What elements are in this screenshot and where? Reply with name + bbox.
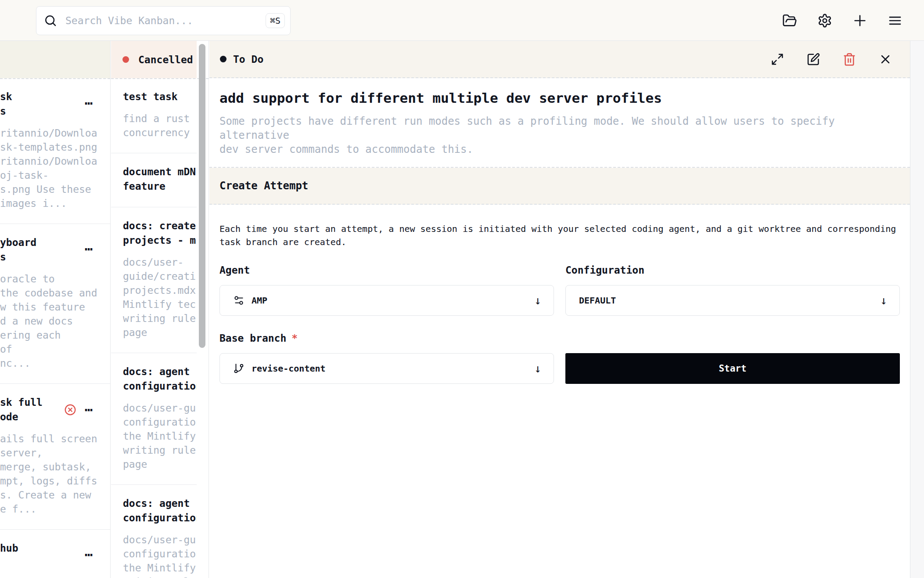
agent-dropdown[interactable]: AMP ↓ — [219, 285, 554, 316]
more-menu-icon[interactable]: ⋯ — [85, 404, 93, 415]
task-card-description-line: page — [123, 325, 197, 340]
more-menu-icon[interactable]: ⋯ — [85, 98, 93, 109]
configuration-dropdown[interactable]: DEFAULT ↓ — [565, 285, 900, 316]
open-folder-icon[interactable] — [782, 13, 797, 28]
task-card[interactable]: docs: createprojects - mdocs/user-guide/… — [111, 207, 197, 353]
task-card-title-line: docs: agent — [123, 365, 197, 379]
section-title: Create Attempt — [219, 180, 308, 192]
task-card-description-line: ritannio/Downloa — [0, 154, 97, 168]
task-card-description-line: ering each — [0, 328, 97, 342]
task-card-description: oracle tothe codebase andw this featured… — [0, 272, 97, 370]
column-cancelled-inner: Cancelled test taskfind a rust ficoncurr… — [111, 41, 197, 578]
window-scrollbar-track[interactable] — [910, 41, 924, 578]
task-card[interactable]: ⋯sksritannio/Downloask-templates.pngrita… — [0, 78, 110, 224]
base-branch-value: revise-content — [252, 363, 326, 374]
start-button[interactable]: Start — [565, 353, 900, 384]
task-card[interactable]: docs: agentconfigurationdocs/user-guconf… — [111, 485, 197, 578]
task-card-description-line: configuration — [123, 415, 197, 429]
card-actions: ⋯ — [64, 403, 93, 416]
agent-value: AMP — [252, 295, 267, 306]
base-branch-dropdown[interactable]: revise-content ↓ — [219, 353, 554, 384]
task-card-description-line: nc... — [0, 356, 97, 370]
task-card-description-line: oj-task- — [0, 168, 97, 182]
task-card-title-line: document mDN — [123, 165, 197, 179]
task-card-description-line: s. Create a new — [0, 488, 97, 502]
task-card-description-line: mpt, logs, diffs, — [0, 474, 97, 488]
kanban-column-cancelled: Cancelled test taskfind a rust ficoncurr… — [111, 41, 209, 578]
task-card[interactable]: ⋯sk fullodeails full screenserver,merge,… — [0, 384, 110, 530]
task-card-description-line: configuration — [123, 547, 197, 561]
close-icon[interactable] — [878, 52, 892, 66]
task-title-block: add support for different multiple dev s… — [209, 78, 910, 168]
task-card-title: docs: agentconfiguration — [123, 496, 197, 525]
task-card-title-line: docs: create — [123, 219, 197, 233]
task-card[interactable]: docs: agentconfigurationdocs/user-guconf… — [111, 353, 197, 485]
settings-gear-icon[interactable] — [817, 13, 832, 28]
more-menu-icon[interactable]: ⋯ — [85, 243, 93, 255]
base-branch-label: Base branch* — [219, 332, 554, 345]
edit-icon[interactable] — [806, 52, 820, 66]
task-card-description: ritannio/Downloask-templates.pngritannio… — [0, 126, 97, 210]
task-card-description-line: Mintlify tec — [123, 297, 197, 311]
card-actions: ⋯ — [85, 549, 93, 560]
task-card[interactable]: ⋯hub cs page — [0, 530, 110, 578]
task-card-description-line: merge, subtask, — [0, 460, 97, 474]
task-card-description-line: writing rule — [123, 443, 197, 457]
task-status-label: To Do — [233, 54, 263, 65]
task-card-title-line: projects - m — [123, 233, 197, 248]
task-card[interactable]: test taskfind a rust ficoncurrency — [111, 78, 197, 153]
task-detail-header: To Do — [209, 41, 910, 78]
task-card-title: docs: createprojects - m — [123, 219, 197, 248]
menu-icon[interactable] — [888, 13, 902, 28]
column-left-cards: ⋯sksritannio/Downloask-templates.pngrita… — [0, 78, 110, 578]
task-card-title: sks — [0, 90, 97, 119]
configuration-label: Configuration — [565, 264, 900, 277]
task-card-description-line: writing rule — [123, 311, 197, 325]
task-card-description-line: page — [123, 457, 197, 471]
more-menu-icon[interactable]: ⋯ — [85, 549, 93, 560]
search-input[interactable] — [65, 14, 266, 27]
sliders-icon — [233, 295, 244, 306]
task-card-title-line: configuration — [123, 511, 197, 525]
column-cancelled-cards: test taskfind a rust ficoncurrencydocume… — [111, 78, 197, 578]
task-card-description-line: e f... — [0, 502, 97, 516]
task-card-title: yboards — [0, 235, 97, 264]
task-card-description-line: writing rule — [123, 575, 197, 578]
kanban-column-left: ⋯sksritannio/Downloask-templates.pngrita… — [0, 41, 111, 578]
expand-icon[interactable] — [770, 52, 784, 66]
configuration-value: DEFAULT — [579, 295, 616, 306]
task-card-title-line: yboard — [0, 235, 97, 250]
task-card-description-line: ritannio/Downloa — [0, 126, 97, 140]
scrollbar-thumb[interactable] — [199, 44, 205, 348]
task-card-description-line: of — [0, 342, 97, 356]
create-attempt-section-header: Create Attempt — [209, 168, 910, 205]
task-card-description-line: sk-templates.png — [0, 140, 97, 154]
task-card-title-line: sk — [0, 90, 97, 104]
task-card-description-line: docs/user-gu — [123, 401, 197, 415]
top-bar: ⌘S — [0, 0, 924, 41]
search-box[interactable]: ⌘S — [36, 6, 291, 35]
card-actions: ⋯ — [85, 98, 93, 109]
create-attempt-body: Each time you start an attempt, a new se… — [209, 205, 910, 384]
add-icon[interactable] — [852, 13, 867, 28]
column-left-header — [0, 41, 110, 78]
task-card[interactable]: ⋯yboardsoracle tothe codebase andw this … — [0, 224, 110, 384]
agent-field: Agent AMP ↓ — [219, 264, 554, 316]
task-card[interactable]: document mDNfeature — [111, 153, 197, 207]
attempt-info-line: Each time you start an attempt, a new se… — [219, 222, 900, 235]
task-card-title: docs: agentconfiguration — [123, 365, 197, 394]
configuration-field: Configuration DEFAULT ↓ — [565, 264, 900, 316]
task-header-actions — [770, 52, 892, 66]
task-card-title: hub — [0, 541, 97, 556]
task-card-description: cs page — [0, 563, 97, 578]
column-title: Cancelled — [138, 54, 193, 65]
task-card-description-line: find a rust fi — [123, 112, 197, 126]
task-card-description-line: the Mintlify — [123, 429, 197, 443]
task-card-title-line: docs: agent — [123, 496, 197, 511]
spacer — [565, 332, 900, 345]
task-card-title-line: s — [0, 250, 97, 264]
task-title: add support for different multiple dev s… — [219, 90, 900, 106]
delete-icon[interactable] — [842, 52, 856, 66]
attempt-info-text: Each time you start an attempt, a new se… — [219, 222, 900, 249]
task-card-description-line: oracle to — [0, 272, 97, 286]
